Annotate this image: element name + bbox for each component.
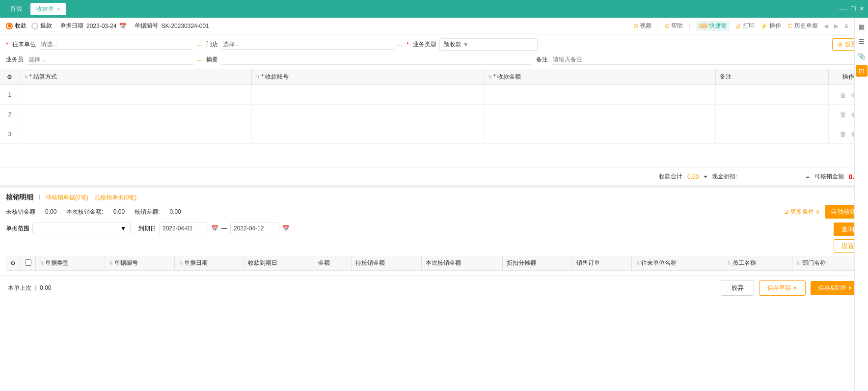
form-row-2: 业务员 ··· 摘要 备注	[6, 55, 862, 65]
bt-th-due-date: 收款到期日	[244, 256, 314, 271]
gear-icon: ⚙	[838, 41, 843, 48]
th-gear[interactable]: ⚙	[0, 69, 20, 85]
bt-th-gear[interactable]: ⚙	[6, 256, 21, 271]
account-2[interactable]	[252, 105, 484, 124]
summary-label: 摘要	[206, 56, 218, 64]
nav-next[interactable]: ▶	[834, 23, 839, 29]
main-container: 收款 退款 单据日期 2023-03-24 📅 单据编号 SK-20230324…	[0, 18, 868, 391]
settlement-1[interactable]	[20, 85, 252, 105]
row-num-3: 3	[0, 124, 20, 144]
store-input[interactable]	[221, 39, 394, 50]
unchecked-value: 0.00	[45, 208, 56, 215]
tab-bar: 首页 收款单 × — □ ×	[0, 0, 868, 18]
discount-input[interactable]	[742, 172, 801, 181]
save-draft-arrow-icon: ∧	[793, 284, 797, 291]
total-label: 收款合计	[659, 172, 682, 181]
staff-more-icon[interactable]: ···	[196, 56, 202, 64]
save-new-btn[interactable]: 保存&新增 ∧	[811, 281, 860, 295]
radio-refund[interactable]: 退款	[31, 22, 52, 30]
sep2: |	[689, 23, 690, 29]
window-min-btn[interactable]: —	[839, 4, 847, 13]
help-icon: ⊙	[665, 23, 670, 29]
operation-btn[interactable]: ⚡ 操作	[760, 22, 781, 30]
no-label: 单据编号	[135, 22, 158, 30]
plus-sign: +	[704, 173, 707, 180]
radio-refund-label: 退款	[40, 22, 52, 30]
main-table: ⚙ ⇅ * 结算方式 ⇅ * 收款账号 ⇅ * 收款金额	[0, 69, 868, 144]
discount-label: 现金折扣:	[712, 172, 737, 181]
window-close-btn[interactable]: ×	[860, 4, 864, 13]
sort-amount-icon: ⇅	[488, 74, 492, 80]
summary-field: 摘要	[206, 55, 532, 65]
date-separator: —	[221, 225, 227, 232]
delete-row-3-btn[interactable]: 🗑	[840, 130, 846, 138]
radio-receipt[interactable]: 收款	[6, 22, 27, 30]
th-remark: 备注	[716, 69, 829, 85]
partner-more-icon[interactable]: ···	[196, 41, 202, 49]
date-to-input[interactable]	[230, 223, 279, 234]
right-panel-btn-3[interactable]: 📎	[856, 50, 868, 62]
select-all-checkbox[interactable]	[25, 259, 31, 266]
more-conditions-btn[interactable]: ⊿ 更多条件 ∧	[784, 208, 820, 216]
help-btn[interactable]: ⊙ 帮助	[665, 22, 683, 30]
more-conditions-label: 更多条件	[790, 208, 814, 216]
right-panel-btn-2[interactable]: ☰	[856, 35, 868, 47]
amount-1[interactable]	[484, 85, 716, 105]
tab-home[interactable]: 首页	[4, 2, 28, 15]
date-from-input[interactable]	[159, 223, 208, 234]
window-max-btn[interactable]: □	[851, 4, 856, 13]
store-more-icon[interactable]: ···	[397, 41, 403, 49]
account-1[interactable]	[252, 85, 484, 105]
tab-active[interactable]: 收款单 ×	[30, 3, 66, 15]
bottom-table-area: ⚙ ⇅ 单据类型 ⇅ 单据编号 ⇅	[6, 256, 862, 271]
tab-close-btn[interactable]: ×	[57, 6, 60, 12]
form-area: * 往来单位 ··· 门店 ··· * 业务类型 预收款 ▼	[0, 34, 868, 69]
bt-th-type: ⇅ 单据类型	[35, 256, 105, 271]
date-field: 到期日 📅 — 📅	[138, 223, 290, 234]
partner-label: 往来单位	[12, 40, 36, 49]
remark-input[interactable]	[551, 55, 862, 65]
save-draft-btn[interactable]: 保存草稿 ∧	[759, 280, 806, 296]
shortcut-btn[interactable]: ⌨ 快捷键	[696, 21, 730, 31]
toolbar-date-field: 单据日期 2023-03-24 📅	[60, 22, 127, 30]
footer-info-icon[interactable]: ℹ	[34, 284, 37, 291]
staff-input[interactable]	[27, 55, 193, 65]
tab-pending[interactable]: 待核销单据(0笔)	[46, 194, 88, 202]
remark-3[interactable]	[716, 124, 829, 144]
biz-type-select[interactable]: 预收款 ▼	[439, 38, 538, 51]
diff-label: 核销差额:	[135, 208, 160, 216]
cal-icon[interactable]: 📅	[119, 23, 127, 29]
cal-to-icon[interactable]: 📅	[282, 225, 290, 232]
list-view-icon[interactable]: ≡	[844, 23, 848, 29]
staff-label: 业务员	[6, 56, 24, 64]
abandon-btn[interactable]: 放弃	[721, 280, 754, 296]
settlement-2[interactable]	[20, 105, 252, 124]
amount-3[interactable]	[484, 124, 716, 144]
video-btn[interactable]: ⊙ 视频	[633, 22, 651, 30]
summary-input[interactable]	[221, 55, 532, 65]
cal-from-icon[interactable]: 📅	[211, 225, 218, 232]
delete-row-2-btn[interactable]: 🗑	[840, 111, 846, 118]
account-3[interactable]	[252, 124, 484, 144]
delete-row-1-btn[interactable]: 🗑	[840, 91, 846, 99]
range-select[interactable]: ▼	[32, 223, 131, 234]
settlement-3[interactable]	[20, 124, 252, 144]
unchecked-label: 未核销金额	[6, 208, 35, 216]
toolbar-right: ⊙ 视频 | ⊙ 帮助 | ⌨ 快捷键 🖨 打印 ⚡ 操作 🗒	[633, 21, 862, 31]
print-btn[interactable]: 🖨 打印	[735, 22, 755, 30]
partner-input[interactable]	[39, 39, 194, 50]
nav-prev[interactable]: ◀	[824, 23, 828, 29]
remark-1[interactable]	[716, 85, 829, 105]
date-range: 📅 — 📅	[159, 223, 290, 234]
tab-bar-right: — □ ×	[839, 4, 864, 13]
current-label: 本次核销金额:	[66, 208, 103, 216]
remark-2[interactable]	[716, 105, 829, 124]
amount-2[interactable]	[484, 105, 716, 124]
history-btn[interactable]: 🗒 历史单据	[787, 22, 818, 30]
store-label: 门店	[206, 40, 218, 49]
right-panel-btn-1[interactable]: ▦	[856, 21, 868, 32]
right-panel-btn-4[interactable]: ⊡	[856, 65, 868, 77]
save-new-label: 保存&新增	[818, 284, 846, 292]
tab-done[interactable]: 已核销单据(0笔)	[94, 194, 137, 202]
bt-th-partner: ⇅ 往来单位名称	[631, 256, 723, 271]
